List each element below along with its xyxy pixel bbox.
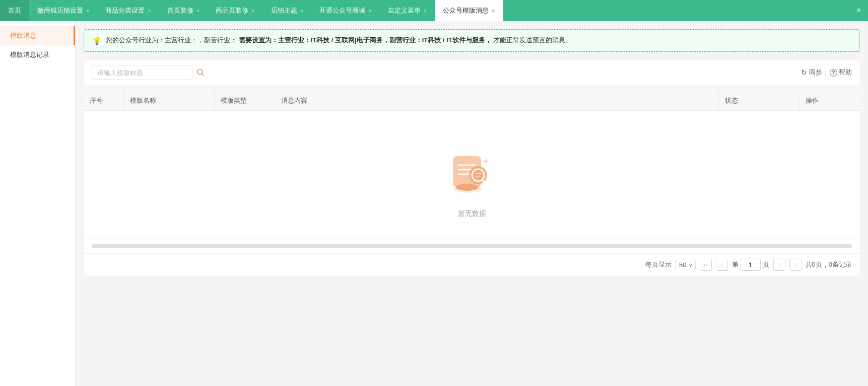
bulb-icon: 💡: [92, 36, 102, 45]
info-banner: 💡 您的公众号行业为：主营行业：，副营行业： 需要设置为：主营行业：IT科技 /…: [84, 29, 860, 52]
nav-label-template-msg: 公众号模版消息: [443, 6, 489, 15]
nav-item-open-mall[interactable]: 开通公众号商城 ×: [311, 0, 379, 21]
close-icon-product-category[interactable]: ×: [148, 8, 151, 14]
top-nav: 首页 微商城店铺设置 × 商品分类设置 × 首页装修 × 商品页装修 × 店铺主…: [0, 0, 868, 21]
main-layout: 模版消息 模版消息记录 💡 您的公众号行业为：主营行业：，副营行业： 需要设置为…: [0, 21, 868, 386]
col-header-content: 消息内容: [275, 91, 719, 110]
prev-page-button[interactable]: ‹: [716, 259, 728, 271]
help-button[interactable]: ? 帮助: [830, 68, 852, 77]
total-info: 共0页，0条记录: [806, 260, 852, 269]
close-icon-shop-theme[interactable]: ×: [300, 8, 303, 14]
nav-item-wechat-shop[interactable]: 微商城店铺设置 ×: [29, 0, 97, 21]
nav-label-wechat-shop: 微商城店铺设置: [37, 6, 83, 15]
sidebar: 模版消息 模版消息记录: [0, 21, 76, 386]
sidebar-item-template-message[interactable]: 模版消息: [0, 26, 75, 45]
close-icon-home-decor[interactable]: ×: [196, 8, 199, 14]
sync-icon: ↻: [801, 68, 807, 76]
nav-item-custom-menu[interactable]: 自定义菜单 ×: [380, 0, 435, 21]
nav-item-product-decor[interactable]: 商品页装修 ×: [208, 0, 262, 21]
sync-button[interactable]: ↻ 同步: [801, 68, 822, 77]
nav-label-product-category: 商品分类设置: [105, 6, 145, 15]
nav-label-shop-theme: 店铺主题: [271, 6, 297, 15]
empty-text: 暂无数据: [458, 209, 486, 218]
page-size-value: 50: [679, 261, 686, 269]
col-header-action: 操作: [799, 91, 860, 110]
search-right: ↻ 同步 | ? 帮助: [801, 68, 852, 77]
next-page-icon: ›: [778, 261, 780, 268]
col-header-type: 模版类型: [215, 91, 275, 110]
next-page-button[interactable]: ›: [773, 259, 785, 271]
col-header-name: 模版名称: [124, 91, 215, 110]
table-wrapper: 序号 模版名称 模版类型 消息内容 状态 操作: [84, 91, 860, 276]
scrollbar-area: [84, 239, 860, 253]
per-page-label: 每页显示: [645, 260, 672, 269]
help-circle-icon: ?: [830, 69, 837, 76]
page-number-input[interactable]: [741, 259, 761, 271]
prev-page-icon: ‹: [721, 261, 723, 268]
nav-label-custom-menu: 自定义菜单: [388, 6, 421, 15]
nav-item-product-category[interactable]: 商品分类设置 ×: [97, 0, 159, 21]
table-header: 序号 模版名称 模版类型 消息内容 状态 操作: [84, 91, 860, 111]
search-input[interactable]: [92, 65, 192, 80]
page-size-select[interactable]: 50 ∨: [676, 260, 695, 270]
svg-point-4: [456, 184, 478, 191]
nav-label-home-decor: 首页装修: [167, 6, 193, 15]
nav-item-shop-theme[interactable]: 店铺主题 ×: [263, 0, 311, 21]
horizontal-scrollbar[interactable]: [92, 244, 852, 248]
nav-label-product-decor: 商品页装修: [216, 6, 248, 15]
close-icon-custom-menu[interactable]: ×: [424, 8, 427, 14]
page-unit: 页: [763, 260, 769, 269]
search-bar: ↻ 同步 | ? 帮助: [84, 60, 860, 85]
sidebar-item-template-record[interactable]: 模版消息记录: [0, 45, 75, 64]
pagination: 每页显示 50 ∨ ⟨⟨ ‹ 第 页 ›: [84, 253, 860, 276]
close-icon-wechat-shop[interactable]: ×: [86, 8, 89, 14]
search-left: [92, 65, 205, 80]
nav-item-home[interactable]: 首页: [0, 0, 29, 21]
nav-label-open-mall: 开通公众号商城: [319, 6, 365, 15]
search-button[interactable]: [196, 68, 205, 76]
nav-item-home-decor[interactable]: 首页装修 ×: [159, 0, 208, 21]
page-input: 第 页: [732, 259, 769, 271]
main-content: 💡 您的公众号行业为：主营行业：，副营行业： 需要设置为：主营行业：IT科技 /…: [76, 21, 868, 386]
last-page-icon: ⟩⟩: [793, 262, 797, 268]
divider: |: [825, 69, 827, 76]
close-icon-product-decor[interactable]: ×: [251, 8, 254, 14]
col-header-index: 序号: [84, 91, 124, 110]
nav-item-template-msg[interactable]: 公众号模版消息 ×: [435, 0, 503, 21]
first-page-button[interactable]: ⟨⟨: [700, 259, 712, 271]
close-all-button[interactable]: ×: [849, 0, 868, 21]
close-icon-template-msg[interactable]: ×: [492, 8, 495, 14]
first-page-icon: ⟨⟨: [704, 262, 708, 268]
empty-state: 暂无数据: [84, 111, 860, 239]
banner-text: 您的公众号行业为：主营行业：，副营行业： 需要设置为：主营行业：IT科技 / 互…: [106, 36, 572, 45]
chevron-down-icon: ∨: [689, 262, 692, 268]
empty-illustration: [442, 141, 502, 201]
page-label: 第: [732, 260, 739, 269]
svg-line-1: [202, 74, 204, 76]
nav-label-home: 首页: [8, 6, 21, 15]
col-header-status: 状态: [719, 91, 799, 110]
last-page-button[interactable]: ⟩⟩: [789, 259, 802, 271]
close-icon-open-mall[interactable]: ×: [368, 8, 371, 14]
search-icon: [196, 68, 205, 76]
